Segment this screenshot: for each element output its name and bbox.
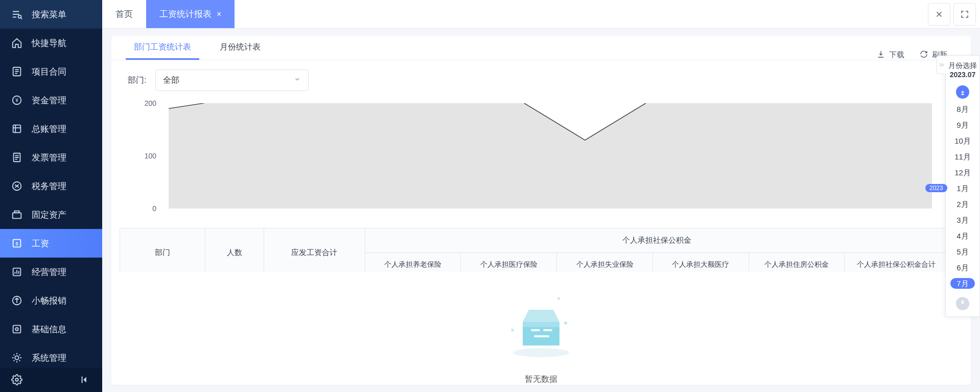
month-option[interactable]: 4月 (946, 228, 979, 244)
sidebar: 搜索菜单快捷导航项目合同资金管理总账管理发票管理税务管理固定资产工资经营管理小畅… (0, 0, 102, 392)
svg-marker-10 (511, 328, 515, 332)
month-option[interactable]: 7月 (946, 276, 979, 292)
year-badge: 2023 (925, 184, 947, 192)
collapse-icon[interactable] (80, 375, 91, 385)
sidebar-item-label: 工资 (32, 238, 49, 249)
sidebar-item-manage[interactable]: 经营管理 (0, 258, 102, 286)
sidebar-item-label: 资金管理 (32, 95, 66, 106)
month-picker-collapse[interactable] (937, 56, 946, 74)
close-all-tabs-button[interactable] (928, 3, 950, 26)
filter-row: 部门: 全部 (111, 60, 971, 96)
col-sub: 个人承担住房公积金 (749, 253, 845, 272)
download-button[interactable]: 下载 (877, 50, 904, 60)
sidebar-item-system[interactable]: 系统管理 (0, 343, 102, 367)
sidebar-item-expense[interactable]: 小畅报销 (0, 286, 102, 315)
month-option-label: 8月 (956, 105, 968, 113)
page-tab-label: 首页 (115, 8, 133, 20)
gear-icon[interactable] (11, 375, 22, 385)
page-tab-bar: 首页工资统计报表× (102, 0, 980, 29)
chevron-down-icon (294, 76, 301, 85)
sidebar-item-home[interactable]: 快捷导航 (0, 29, 102, 57)
department-select[interactable]: 全部 (155, 70, 309, 91)
sidebar-item-label: 经营管理 (32, 266, 66, 278)
col-sub: 个人承担医疗保险 (461, 253, 557, 272)
month-option-label: 3月 (956, 216, 968, 224)
search-list-icon (11, 9, 22, 20)
chart-y-tick: 200 (145, 99, 156, 107)
refresh-icon (920, 50, 928, 60)
col-group-personal: 个人承担社保公积金 (365, 228, 948, 253)
month-option-label: 2月 (956, 200, 968, 209)
col-gross: 应发工资合计 (264, 228, 365, 272)
sidebar-item-contract[interactable]: 项目合同 (0, 57, 102, 86)
month-option-label: 6月 (956, 263, 968, 272)
fullscreen-button[interactable] (953, 3, 976, 26)
sidebar-item-label: 小畅报销 (32, 295, 66, 307)
funds-icon (11, 95, 22, 106)
month-option[interactable]: 9月 (946, 118, 979, 133)
sidebar-item-label: 基础信息 (32, 324, 66, 335)
month-option[interactable]: 8月 (946, 102, 979, 118)
month-option-label: 9月 (956, 121, 968, 129)
sidebar-item-ledger[interactable]: 总账管理 (0, 114, 102, 143)
salary-area-chart: 0100200 (138, 96, 953, 219)
main: 首页工资统计报表× 部门工资统计表 月份统计表 (102, 0, 980, 392)
system-icon (11, 352, 22, 363)
col-headcount: 人数 (205, 228, 264, 272)
col-sub: 个人承担大额医疗 (652, 253, 749, 272)
inner-tab-label: 部门工资统计表 (134, 42, 191, 53)
month-option-label: 11月 (954, 152, 971, 161)
month-option[interactable]: 10月 (946, 133, 979, 149)
sidebar-item-funds[interactable]: 资金管理 (0, 86, 102, 114)
page-tab-label: 工资统计报表 (159, 8, 212, 20)
sidebar-footer (0, 367, 102, 392)
sidebar-item-search-list[interactable]: 搜索菜单 (0, 0, 102, 29)
month-option[interactable]: 11月 (946, 149, 979, 165)
sidebar-item-tax[interactable]: 税务管理 (0, 172, 102, 200)
department-filter-label: 部门: (128, 75, 146, 86)
inner-tab-month[interactable]: 月份统计表 (212, 36, 269, 60)
sidebar-item-label: 发票管理 (32, 152, 66, 164)
empty-text: 暂无数据 (525, 374, 557, 385)
sidebar-item-asset[interactable]: 固定资产 (0, 200, 102, 229)
empty-box-icon (500, 292, 582, 361)
col-sub: 个人承担养老保险 (365, 253, 461, 272)
month-option-label: 10月 (954, 136, 971, 145)
svg-marker-3 (523, 310, 559, 322)
salary-table: 部门 人数 应发工资合计 个人承担社保公积金 公司承担 个人承担养老保险个人承担… (120, 228, 963, 272)
sidebar-item-invoice[interactable]: 发票管理 (0, 143, 102, 172)
download-icon (877, 50, 885, 60)
month-option[interactable]: 3月 (946, 213, 979, 228)
month-option[interactable]: 12月 (946, 165, 979, 181)
tax-icon (11, 180, 22, 192)
salary-table-scroll[interactable]: 部门 人数 应发工资合计 个人承担社保公积金 公司承担 个人承担养老保险个人承担… (120, 228, 963, 272)
month-option[interactable]: 2月 (946, 197, 979, 213)
sidebar-item-base[interactable]: 基础信息 (0, 315, 102, 343)
month-option-label: 5月 (956, 247, 968, 256)
svg-rect-6 (531, 329, 540, 331)
svg-point-2 (513, 348, 569, 357)
asset-icon (11, 209, 22, 220)
page-tab[interactable]: 首页 (102, 0, 146, 28)
ledger-icon (11, 123, 22, 134)
report-inner-tabs: 部门工资统计表 月份统计表 下载 (111, 36, 971, 60)
month-option[interactable]: 5月 (946, 244, 979, 260)
close-icon[interactable]: × (217, 10, 221, 18)
month-picker-panel: 月份选择 2023.07 8月9月10月11月12月20231月2月3月4月5月… (945, 55, 980, 317)
month-scroll-up[interactable] (956, 85, 969, 99)
month-picker-title: 月份选择 (948, 61, 977, 70)
page-tab[interactable]: 工资统计报表× (146, 0, 235, 28)
month-option[interactable]: 6月 (946, 260, 979, 276)
sidebar-item-salary[interactable]: 工资 (0, 229, 102, 258)
month-picker-header: 月份选择 2023.07 (946, 56, 979, 80)
month-option[interactable]: 20231月 (946, 181, 979, 197)
month-scroll-down[interactable] (956, 297, 969, 310)
expense-icon (11, 295, 22, 306)
inner-tab-department[interactable]: 部门工资统计表 (126, 36, 199, 60)
month-picker-current: 2023.07 (948, 70, 977, 79)
sidebar-item-label: 固定资产 (32, 209, 66, 221)
sidebar-item-label: 税务管理 (32, 180, 66, 192)
svg-point-11 (564, 321, 567, 325)
month-option-label: 1月 (956, 184, 968, 193)
contract-icon (11, 66, 22, 77)
